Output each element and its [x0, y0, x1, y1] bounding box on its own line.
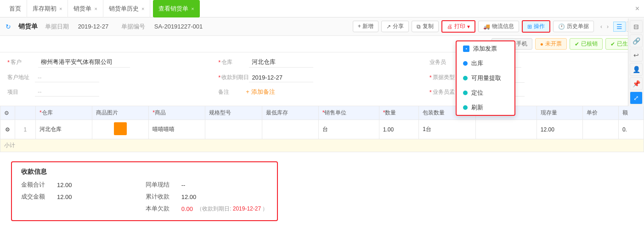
print-button[interactable]: 🖨 打印 ▾	[441, 20, 475, 33]
add-invoice-item[interactable]: ▪ 添加发票	[457, 41, 514, 56]
amount-header: 额	[618, 106, 644, 120]
tab-sales-close[interactable]: ×	[94, 6, 97, 11]
payment-date-value[interactable]: 2019-12-27	[249, 73, 313, 82]
note-field: 备注 添加备注	[218, 88, 425, 96]
right-panel-btn-1[interactable]: ⊟	[630, 20, 643, 33]
gear-header[interactable]: ⚙	[0, 106, 15, 120]
confirm-button[interactable]: ✔ 已核销	[570, 38, 603, 50]
row-quantity[interactable]: 1.00	[379, 120, 419, 139]
share-button[interactable]: ↗ 分享	[381, 21, 409, 32]
no-value: SA-20191227-001	[154, 23, 203, 30]
address-field: 客户地址 --	[7, 73, 215, 82]
tab-view-sales[interactable]: 查看销货单 ×	[153, 0, 199, 17]
operations-button[interactable]: ⊞ 操作	[522, 20, 550, 33]
transaction-row: 成交金额 12.00	[21, 193, 144, 201]
next-arrow[interactable]: ›	[605, 23, 610, 31]
prev-arrow[interactable]: ‹	[599, 23, 604, 31]
tab-view-sales-close[interactable]: ×	[191, 6, 194, 11]
truck-icon: 🚚	[483, 23, 490, 30]
outbound-dot	[463, 61, 468, 66]
tab-inventory[interactable]: 库存期初 ×	[27, 0, 68, 17]
payment-date-required: *	[218, 74, 220, 81]
product-header: *商品	[149, 106, 205, 120]
row-sales-unit[interactable]: 台	[318, 120, 379, 139]
customer-required: *	[7, 59, 10, 66]
logistics-button[interactable]: 🚚 物流信息	[478, 21, 519, 32]
payment-date-label: 收款到期日	[221, 74, 249, 81]
tab-inventory-close[interactable]: ×	[59, 6, 62, 11]
payment-box: 收款信息 金额合计 12.00 同单现结 -- 成交金额 12.00	[11, 161, 278, 221]
row-pack-qty[interactable]: 1台	[419, 120, 475, 139]
warehouse-label: 仓库	[221, 58, 249, 66]
tab-bar: 首页 库存期初 × 销货单 × 销货单历史 × 查看销货单 × ×	[0, 0, 644, 17]
date-value: 2019-12-27	[78, 23, 109, 30]
row-unit-price	[583, 120, 619, 139]
project-value[interactable]: --	[35, 87, 99, 97]
form-row-1: * 客户 柳州粤港平安气体有限公司 * 仓库 河北仓库 业务员 演示账号	[7, 57, 637, 68]
right-panel-btn-2[interactable]: 🔗	[630, 34, 643, 47]
tab-sales[interactable]: 销货单 ×	[68, 0, 103, 17]
operations-icon: ⊞	[527, 23, 532, 30]
warehouse-header: *仓库	[35, 106, 92, 120]
row-current-stock: 12.00	[537, 120, 582, 139]
history-button[interactable]: 🕐 历史单据	[553, 21, 594, 32]
share-icon: ↗	[386, 23, 391, 30]
toolbar-right: + 新增 ↗ 分享 ⧉ 复制 🖨 打印 ▾ 🚚 物流信息	[353, 20, 638, 33]
right-panel: ⊟ 🔗 ↩ 👤 📌 ⤢	[628, 18, 644, 106]
outbound-item[interactable]: 出库	[457, 56, 514, 71]
address-label: 客户地址	[7, 74, 35, 81]
history-icon: 🕐	[558, 23, 565, 30]
index-header	[15, 106, 36, 120]
cumulative-label: 累计收款	[146, 193, 178, 201]
warehouse-value[interactable]: 河北仓库	[249, 57, 313, 68]
same-order-value: --	[181, 182, 186, 188]
invoice-icon: ▪	[463, 46, 469, 52]
right-panel-btn-6[interactable]: ⤢	[630, 91, 643, 104]
current-stock-header: 现存量	[537, 106, 582, 120]
row-warehouse[interactable]: 河北仓库	[35, 120, 92, 139]
unit-price-header: 单价	[583, 106, 619, 120]
overdue-note: （收款到期日: 2019-12-27 ）	[197, 205, 268, 213]
window-close-button[interactable]: ×	[635, 5, 639, 13]
right-panel-btn-3[interactable]: ↩	[630, 49, 643, 62]
transaction-value: 12.00	[57, 194, 72, 200]
operations-dropdown: ▪ 添加发票 出库 可用量提取 定位 刷新	[456, 40, 515, 116]
right-panel-btn-5[interactable]: 📌	[630, 77, 643, 90]
position-item[interactable]: 定位	[457, 85, 514, 100]
nav-arrows: ‹ ›	[599, 23, 610, 31]
payment-date-field: * 收款到期日 2019-12-27	[218, 73, 425, 82]
customer-value[interactable]: 柳州粤港平安气体有限公司	[38, 57, 130, 68]
form-row-3: 项目 -- 备注 添加备注 * 业务员孟 --	[7, 87, 637, 97]
address-value[interactable]: --	[35, 73, 99, 82]
row-min-stock	[262, 120, 318, 139]
list-view-button[interactable]: ☰	[613, 22, 626, 32]
doc-title-area: ↻ 销货单 单据日期 2019-12-27 单据编号 SA-20191227-0…	[6, 23, 208, 31]
row-product-img	[92, 120, 149, 139]
not-open-button[interactable]: ● 未开票	[535, 38, 567, 50]
model-header: 规格型号	[205, 106, 262, 120]
quantity-pickup-item[interactable]: 可用量提取	[457, 71, 514, 85]
tab-sales-history-close[interactable]: ×	[141, 6, 144, 11]
form-area: * 客户 柳州粤港平安气体有限公司 * 仓库 河北仓库 业务员 演示账号 客户地…	[0, 52, 644, 106]
row-available	[475, 120, 537, 139]
copy-button[interactable]: ⧉ 复制	[412, 21, 439, 32]
this-order-row: 本单欠款 0.00 （收款到期日: 2019-12-27 ）	[146, 205, 268, 213]
position-dot	[463, 91, 468, 95]
tab-sales-history[interactable]: 销货单历史 ×	[103, 0, 150, 17]
row-gear[interactable]: ⚙	[0, 120, 15, 139]
new-button[interactable]: + 新增	[353, 21, 378, 32]
tab-home[interactable]: 首页	[4, 0, 27, 17]
employee-label: 业务员	[429, 58, 457, 66]
row-model	[205, 120, 262, 139]
print-icon: 🖨	[447, 23, 452, 30]
row-product[interactable]: 嘻嘻嘻嘻	[149, 120, 205, 139]
total-label: 金额合计	[21, 181, 53, 189]
table-area: ⚙ *仓库 商品图片 *商品 规格型号	[0, 106, 644, 152]
refresh-dot	[463, 105, 468, 110]
refresh-item[interactable]: 刷新	[457, 100, 514, 115]
secondary-toolbar: 📱 来自手机 ● 未开票 ✔ 已核销 ✔ 已生效	[0, 36, 644, 52]
add-note-button[interactable]: 添加备注	[246, 88, 275, 96]
overdue-date: 2019-12-27	[233, 205, 261, 212]
doc-meta: 单据日期 2019-12-27	[45, 23, 114, 31]
right-panel-btn-4[interactable]: 👤	[630, 63, 643, 76]
